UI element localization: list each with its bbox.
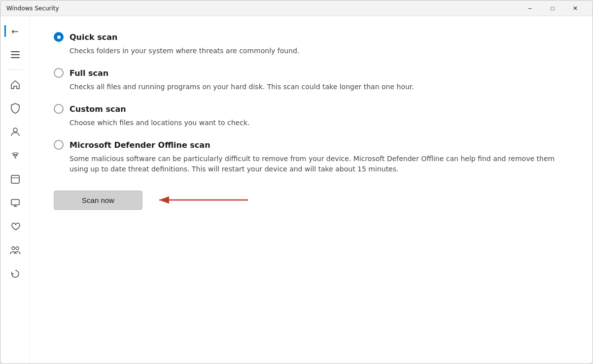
full-scan-desc: Checks all files and running programs on… (70, 82, 569, 92)
shield-icon[interactable] (4, 98, 26, 119)
svg-rect-2 (11, 57, 20, 58)
scan-now-button[interactable]: Scan now (54, 191, 142, 210)
offline-scan-option: Microsoft Defender Offline scan Some mal… (54, 140, 569, 174)
quick-scan-option: Quick scan Checks folders in your system… (54, 32, 569, 56)
main-content: Quick scan Checks folders in your system… (30, 16, 593, 364)
window-title: Windows Security (6, 5, 519, 12)
close-button[interactable]: ✕ (564, 0, 587, 16)
quick-scan-label: Quick scan (70, 33, 117, 42)
account-icon[interactable] (4, 121, 26, 143)
sidebar: ← (0, 16, 30, 364)
svg-point-9 (12, 247, 15, 250)
sidebar-divider-1 (7, 69, 23, 70)
network-icon[interactable] (4, 145, 26, 166)
svg-rect-4 (11, 175, 19, 183)
custom-scan-option: Custom scan Choose which files and locat… (54, 104, 569, 128)
svg-rect-1 (11, 54, 20, 55)
titlebar-controls: – □ ✕ (519, 0, 587, 16)
family-icon[interactable] (4, 239, 26, 261)
custom-scan-label: Custom scan (70, 104, 126, 114)
arrow-annotation (154, 190, 253, 210)
device-security-icon[interactable] (4, 192, 26, 214)
app-body: ← (0, 16, 593, 364)
app-browser-icon[interactable] (4, 168, 26, 190)
scan-now-area: Scan now (54, 190, 569, 210)
windows-security-window: Windows Security – □ ✕ ← (0, 0, 593, 364)
quick-scan-radio[interactable] (54, 32, 64, 42)
home-icon[interactable] (4, 74, 26, 96)
full-scan-label: Full scan (70, 68, 108, 78)
back-icon[interactable]: ← (4, 20, 26, 42)
custom-scan-desc: Choose which files and locations you wan… (70, 118, 569, 128)
quick-scan-desc: Checks folders in your system where thre… (70, 46, 569, 56)
custom-scan-radio[interactable] (54, 104, 64, 114)
full-scan-radio[interactable] (54, 68, 64, 78)
svg-point-3 (13, 128, 17, 132)
svg-point-10 (16, 247, 19, 250)
quick-scan-header: Quick scan (54, 32, 569, 42)
history-icon[interactable] (4, 263, 26, 285)
svg-rect-6 (11, 199, 19, 205)
custom-scan-header: Custom scan (54, 104, 569, 114)
hamburger-icon[interactable] (4, 44, 26, 66)
full-scan-header: Full scan (54, 68, 569, 78)
offline-scan-label: Microsoft Defender Offline scan (70, 140, 210, 150)
minimize-button[interactable]: – (519, 0, 541, 16)
health-icon[interactable] (4, 216, 26, 237)
full-scan-option: Full scan Checks all files and running p… (54, 68, 569, 92)
offline-scan-radio[interactable] (54, 140, 64, 150)
maximize-button[interactable]: □ (541, 0, 564, 16)
svg-rect-0 (11, 51, 20, 52)
offline-scan-header: Microsoft Defender Offline scan (54, 140, 569, 150)
offline-scan-desc: Some malicious software can be particula… (70, 154, 569, 174)
titlebar: Windows Security – □ ✕ (0, 0, 593, 16)
